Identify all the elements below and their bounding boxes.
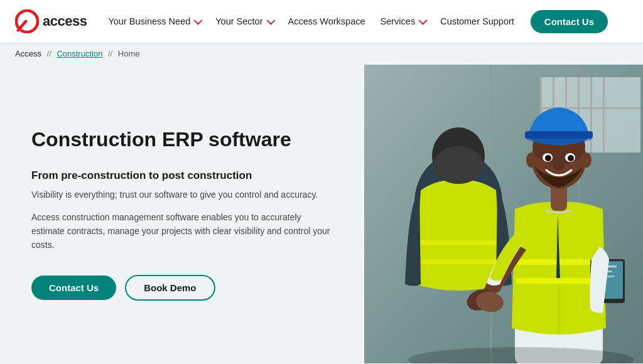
nav-your-sector[interactable]: Your Sector bbox=[209, 11, 279, 31]
breadcrumb-sep-2: // bbox=[108, 49, 112, 58]
svg-point-18 bbox=[433, 146, 484, 184]
hero-description-1: Visibility is everything; trust our soft… bbox=[31, 188, 333, 201]
hero-title: Construction ERP software bbox=[31, 127, 333, 151]
svg-point-31 bbox=[553, 163, 565, 170]
brand-name: access bbox=[43, 13, 87, 29]
svg-rect-16 bbox=[422, 259, 500, 264]
nav-customer-support[interactable]: Customer Support bbox=[434, 11, 521, 31]
construction-scene-svg bbox=[364, 65, 643, 363]
svg-point-30 bbox=[568, 155, 574, 161]
svg-point-25 bbox=[581, 153, 592, 168]
hero-image bbox=[364, 65, 643, 363]
svg-point-24 bbox=[526, 153, 536, 168]
nav-contact-us-button[interactable]: Contact Us bbox=[531, 10, 608, 33]
nav-services[interactable]: Services bbox=[374, 11, 432, 31]
construction-workers-image bbox=[364, 65, 643, 363]
svg-point-34 bbox=[526, 134, 592, 144]
contact-us-button[interactable]: Contact Us bbox=[31, 276, 116, 300]
nav-access-workspace[interactable]: Access Workspace bbox=[282, 11, 372, 31]
svg-line-1 bbox=[18, 21, 26, 30]
hero-subtitle: From pre-construction to post constructi… bbox=[31, 169, 333, 182]
access-logo-icon bbox=[15, 9, 39, 33]
hero-description-2: Access construction management software … bbox=[31, 210, 333, 252]
svg-rect-12 bbox=[603, 77, 605, 153]
svg-rect-15 bbox=[419, 240, 501, 245]
nav-your-business-need[interactable]: Your Business Need bbox=[102, 11, 207, 31]
logo[interactable]: access bbox=[15, 9, 87, 33]
breadcrumb: Access // Construction // Home bbox=[0, 43, 643, 65]
chevron-down-icon bbox=[266, 16, 275, 25]
svg-rect-11 bbox=[590, 77, 592, 153]
chevron-down-icon bbox=[194, 16, 203, 25]
breadcrumb-home: Home bbox=[118, 49, 140, 58]
svg-point-29 bbox=[545, 155, 551, 161]
breadcrumb-sep-1: // bbox=[47, 49, 51, 58]
svg-rect-21 bbox=[516, 278, 602, 284]
navbar: access Your Business Need Your Sector Ac… bbox=[0, 0, 643, 43]
hero-section: Construction ERP software From pre-const… bbox=[0, 65, 364, 363]
cta-buttons: Contact Us Book Demo bbox=[31, 275, 333, 301]
main-content: Construction ERP software From pre-const… bbox=[0, 65, 643, 363]
breadcrumb-construction[interactable]: Construction bbox=[57, 49, 102, 58]
breadcrumb-access[interactable]: Access bbox=[15, 49, 41, 58]
chevron-down-icon bbox=[418, 16, 427, 25]
book-demo-button[interactable]: Book Demo bbox=[125, 275, 215, 301]
nav-links: Your Business Need Your Sector Access Wo… bbox=[102, 10, 628, 33]
